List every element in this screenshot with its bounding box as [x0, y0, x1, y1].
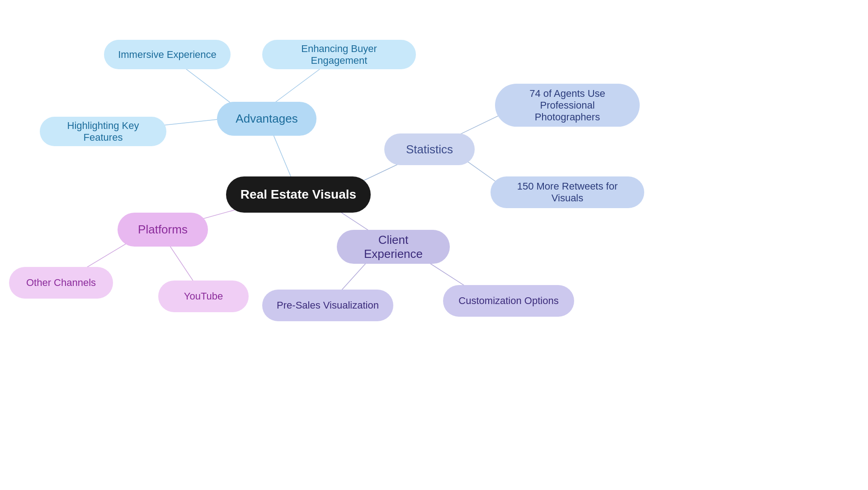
youtube-node: YouTube [158, 281, 249, 312]
advantages-label: Advantages [236, 112, 297, 126]
agents74-label: 74 of Agents Use Professional Photograph… [509, 88, 626, 123]
statistics-label: Statistics [406, 143, 453, 157]
clientexp-node: Client Experience [337, 230, 450, 264]
clientexp-label: Client Experience [350, 233, 436, 261]
advantages-node: Advantages [217, 102, 316, 136]
otherchannels-label: Other Channels [26, 277, 96, 289]
customization-label: Customization Options [458, 295, 558, 307]
highlighting-label: Highlighting Key Features [53, 120, 153, 143]
immersive-node: Immersive Experience [104, 40, 231, 69]
retweets150-label: 150 More Retweets for Visuals [504, 181, 631, 204]
statistics-node: Statistics [384, 133, 475, 165]
presales-node: Pre-Sales Visualization [262, 290, 393, 321]
highlighting-node: Highlighting Key Features [40, 117, 166, 146]
center-node: Real Estate Visuals [226, 176, 371, 213]
platforms-node: Platforms [118, 213, 208, 247]
enhancing-label: Enhancing Buyer Engagement [276, 43, 402, 67]
agents74-node: 74 of Agents Use Professional Photograph… [495, 84, 640, 127]
platforms-label: Platforms [138, 223, 188, 237]
presales-label: Pre-Sales Visualization [277, 300, 379, 311]
immersive-label: Immersive Experience [118, 49, 217, 61]
center-label: Real Estate Visuals [241, 187, 356, 202]
retweets150-node: 150 More Retweets for Visuals [491, 176, 644, 208]
customization-node: Customization Options [443, 285, 574, 317]
enhancing-node: Enhancing Buyer Engagement [262, 40, 416, 69]
otherchannels-node: Other Channels [9, 267, 113, 299]
youtube-label: YouTube [184, 290, 223, 302]
